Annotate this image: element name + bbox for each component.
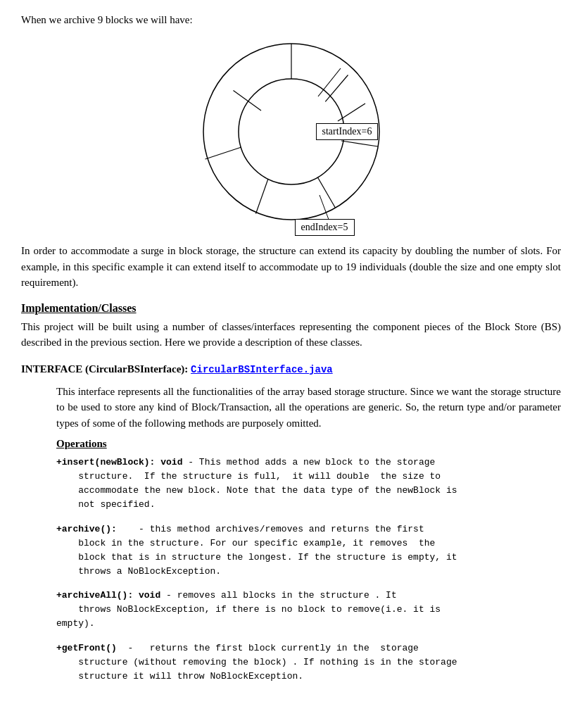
svg-line-8 — [233, 91, 261, 111]
method-archiveall: +archiveAll(): void - removes all blocks… — [56, 589, 561, 631]
svg-line-7 — [205, 147, 241, 159]
method-getfront: +getFront() - returns the first block cu… — [56, 641, 561, 684]
interface-link[interactable]: CircularBSInterface.java — [191, 364, 333, 375]
interface-desc: This interface represents all the functi… — [56, 384, 561, 432]
svg-line-5 — [317, 177, 335, 208]
intro-text: When we archive 9 blocks we will have: — [21, 14, 561, 26]
method-insert: +insert(newBlock): void - This method ad… — [56, 456, 561, 513]
svg-line-6 — [255, 179, 268, 214]
start-index-label: startIndex=6 — [316, 123, 379, 140]
implementation-heading: Implementation/Classes — [21, 302, 561, 315]
end-index-label: endIndex=5 — [295, 219, 355, 236]
svg-line-10 — [338, 103, 365, 121]
method-archive: +archive(): - this method archives/remov… — [56, 522, 561, 579]
svg-line-3 — [325, 75, 348, 102]
implementation-intro: This project will be built using a numbe… — [21, 319, 561, 351]
interface-heading-text: INTERFACE (CircularBSInterface): — [21, 363, 188, 375]
diagram-container: startIndex=6 endIndex=5 — [21, 33, 561, 230]
ring-diagram: startIndex=6 endIndex=5 — [193, 33, 390, 230]
svg-line-4 — [341, 141, 378, 146]
interface-heading: INTERFACE (CircularBSInterface): Circula… — [21, 363, 561, 375]
ops-heading: Operations — [56, 438, 561, 450]
svg-line-9 — [318, 68, 341, 96]
interface-content: This interface represents all the functi… — [56, 384, 561, 684]
description-text: In order to accommodate a surge in block… — [21, 243, 561, 291]
